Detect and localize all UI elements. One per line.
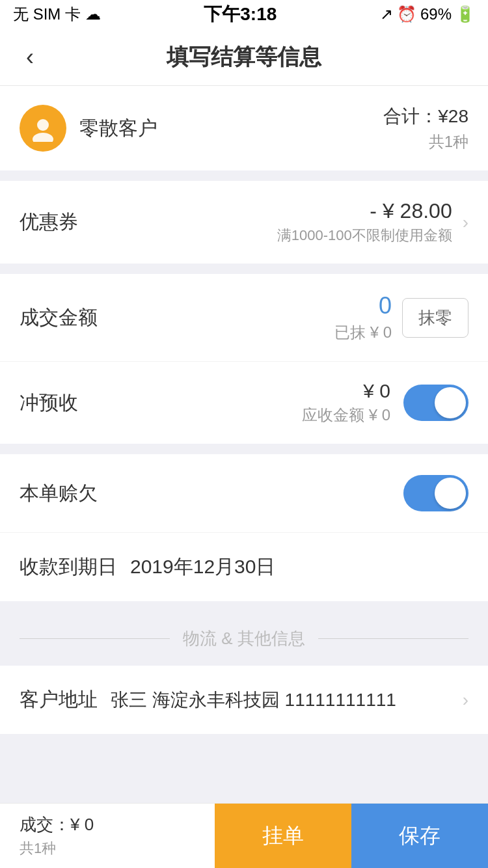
coupon-right: - ¥ 28.00 满1000-100不限制使用金额 › (277, 199, 468, 245)
deal-amount-right: 0 已抹 ¥ 0 抹零 (334, 292, 468, 343)
form-section: 成交金额 0 已抹 ¥ 0 抹零 冲预收 ¥ 0 应收金额 ¥ 0 (0, 274, 488, 444)
bottom-info: 成交：¥ 0 共1种 (0, 804, 215, 868)
svg-point-1 (33, 133, 53, 142)
prereceive-main: ¥ 0 (302, 380, 390, 402)
deal-amount-sub: 已抹 ¥ 0 (334, 322, 392, 343)
logistics-line-right (318, 638, 468, 639)
suspend-button[interactable]: 挂单 (215, 804, 351, 868)
bottom-bar: 成交：¥ 0 共1种 挂单 保存 (0, 803, 488, 868)
customer-left: 零散客户 (20, 105, 157, 152)
battery-icon: 🔋 (455, 5, 475, 23)
due-date-value: 2019年12月30日 (130, 554, 275, 580)
status-time: 下午3:18 (204, 2, 277, 27)
logistics-text: 物流 & 其他信息 (183, 627, 305, 650)
bottom-spacer (0, 734, 488, 799)
address-value: 张三 海淀永丰科技园 11111111111 (111, 688, 459, 712)
coupon-label: 优惠券 (20, 209, 78, 236)
no-sim-text: 无 SIM 卡 ☁ (13, 4, 101, 25)
coupon-desc: 满1000-100不限制使用金额 (277, 226, 452, 245)
prereceive-toggle[interactable] (403, 385, 468, 421)
prereceive-row: 冲预收 ¥ 0 应收金额 ¥ 0 (0, 362, 488, 444)
status-right: ↗ ⏰ 69% 🔋 (380, 5, 475, 23)
nav-title: 填写结算等信息 (167, 42, 321, 72)
status-bar: 无 SIM 卡 ☁ 下午3:18 ↗ ⏰ 69% 🔋 (0, 0, 488, 29)
debt-label: 本单赊欠 (20, 480, 98, 507)
coupon-discount: - ¥ 28.00 满1000-100不限制使用金额 (277, 199, 452, 245)
debt-toggle-knob (435, 478, 466, 509)
deal-amount-value: 0 (379, 292, 392, 319)
deal-amount-row: 成交金额 0 已抹 ¥ 0 抹零 (0, 274, 488, 362)
customer-name: 零散客户 (79, 115, 157, 142)
save-button-label: 保存 (399, 822, 441, 850)
customer-total: 合计：¥28 (383, 104, 468, 129)
coupon-row[interactable]: 优惠券 - ¥ 28.00 满1000-100不限制使用金额 › (0, 181, 488, 264)
customer-count: 共1种 (383, 131, 468, 152)
address-row[interactable]: 客户地址 张三 海淀永丰科技园 11111111111 › (0, 666, 488, 734)
bottom-deal-value: ¥ 0 (70, 815, 94, 834)
logistics-section: 物流 & 其他信息 (0, 612, 488, 666)
deal-amount-wrap: 0 已抹 ¥ 0 (334, 292, 392, 343)
bottom-deal-label: 成交： (20, 815, 70, 834)
alarm-icon: ⏰ (397, 5, 416, 23)
suspend-button-label: 挂单 (262, 822, 304, 850)
prereceive-right: ¥ 0 应收金额 ¥ 0 (302, 380, 468, 426)
svg-point-0 (37, 119, 49, 131)
coupon-chevron-icon: › (463, 212, 468, 233)
debt-section: 本单赊欠 收款到期日 2019年12月30日 (0, 454, 488, 601)
back-button[interactable]: ‹ (20, 37, 40, 77)
customer-row: 零散客户 合计：¥28 共1种 (0, 86, 488, 170)
bottom-deal-amount: 成交：¥ 0 (20, 813, 195, 836)
debt-row: 本单赊欠 (0, 454, 488, 532)
content: 零散客户 合计：¥28 共1种 优惠券 - ¥ 28.00 满1000-100不… (0, 86, 488, 799)
prereceive-label: 冲预收 (20, 390, 78, 416)
status-left: 无 SIM 卡 ☁ (13, 4, 101, 25)
deal-amount-label: 成交金额 (20, 305, 98, 331)
round-off-button[interactable]: 抹零 (402, 298, 468, 338)
customer-avatar (20, 105, 66, 152)
address-chevron-icon: › (463, 690, 468, 711)
save-button[interactable]: 保存 (351, 804, 488, 868)
toggle-knob (435, 387, 466, 418)
coupon-amount: - ¥ 28.00 (277, 199, 452, 223)
logistics-line-left (20, 638, 170, 639)
due-date-label: 收款到期日 (20, 554, 117, 580)
due-date-row: 收款到期日 2019年12月30日 (0, 532, 488, 601)
address-label: 客户地址 (20, 686, 98, 713)
debt-toggle[interactable] (403, 475, 468, 511)
prereceive-amounts: ¥ 0 应收金额 ¥ 0 (302, 380, 390, 426)
customer-total-wrap: 合计：¥28 共1种 (383, 104, 468, 152)
bottom-count: 共1种 (20, 839, 195, 858)
prereceive-sub: 应收金额 ¥ 0 (302, 405, 390, 426)
battery-text: 69% (420, 5, 452, 23)
nav-bar: ‹ 填写结算等信息 (0, 29, 488, 86)
location-icon: ↗ (380, 5, 393, 23)
